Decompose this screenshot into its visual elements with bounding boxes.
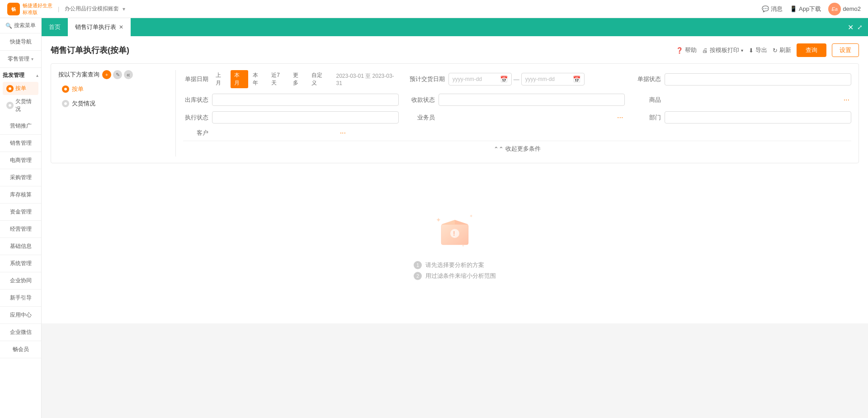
plan-filter-label: 按以下方案查询 (58, 71, 99, 79)
expected-date-from[interactable]: yyyy-mm-dd 📅 (448, 73, 512, 86)
collapse-button[interactable]: ⌃⌃ 收起更多条件 (494, 145, 541, 153)
top-bar: 畅 畅捷通好生意 标准版 | 办公用品行业模拟账套 ▾ 💬 消息 📱 App下载 (0, 0, 868, 18)
plan-collapse-button[interactable]: « (124, 70, 133, 79)
date-opt-thismonth[interactable]: 本月 (231, 70, 248, 88)
logo-text: 畅捷通好生意 标准版 (23, 2, 52, 15)
tab-maximize-icon[interactable]: ⤢ (857, 24, 863, 31)
breadcrumb-arrow-icon[interactable]: ▾ (123, 6, 125, 12)
customer-more-icon[interactable]: ··· (338, 129, 348, 137)
expected-date-to[interactable]: yyyy-mm-dd 📅 (521, 73, 585, 86)
date-opt-lastmonth[interactable]: 上月 (212, 70, 230, 88)
settings-button[interactable]: 设置 (832, 43, 859, 57)
plan-dot-active (62, 86, 69, 93)
logo-area: 畅 畅捷通好生意 标准版 (7, 2, 52, 15)
sidebar-search[interactable]: 🔍 搜索菜单 (0, 18, 41, 33)
out-status-select[interactable] (212, 94, 399, 106)
message-button[interactable]: 💬 消息 (762, 5, 783, 13)
filter-content-right: 单据日期 上月 本月 本年 近7天 更多 (176, 70, 851, 157)
empty-tip-1: 1 请先选择要分析的方案 (414, 261, 496, 269)
sidebar-item-apps[interactable]: 应用中心 (0, 307, 41, 324)
dept-field: 部门 (636, 111, 851, 124)
page-title: 销售订单执行表(按单) (51, 45, 129, 56)
date-opt-thisyear[interactable]: 本年 (249, 70, 267, 88)
exec-status-select[interactable] (212, 111, 399, 124)
sidebar-item-marketing[interactable]: 营销推广 (0, 118, 41, 135)
user-area[interactable]: Ea demo2 (828, 3, 861, 15)
out-status-field: 出库状态 (183, 94, 399, 106)
sidebar-sub-item-order[interactable]: 按单 (3, 82, 38, 95)
empty-tip-2: 2 用过滤条件来缩小分析范围 (414, 272, 496, 280)
sidebar-item-operation[interactable]: 经营管理 (0, 221, 41, 238)
plan-items: 按单 欠货情况 (58, 83, 168, 110)
sidebar-item-wholesale[interactable]: 批发管理 ▴ (0, 68, 41, 81)
wholesale-submenu: 按单 欠货情况 (0, 81, 41, 118)
plan-dot-inactive (62, 100, 69, 107)
print-button[interactable]: 🖨 按模板打印 ▾ (702, 46, 743, 54)
export-button[interactable]: ⬇ 导出 (749, 46, 767, 54)
plan-item-order[interactable]: 按单 (58, 83, 168, 95)
goods-field: 商品 ··· (636, 94, 851, 106)
expected-date-from-placeholder: yyyy-mm-dd (453, 76, 482, 82)
main-layout: 🔍 搜索菜单 快捷导航 零售管理 ▾ 批发管理 ▴ (0, 18, 868, 418)
calendar-from-icon: 📅 (500, 76, 508, 83)
dept-label: 部门 (636, 114, 661, 122)
salesman-more-icon[interactable]: ··· (615, 114, 625, 122)
app-download-button[interactable]: 📱 App下载 (790, 5, 821, 13)
sidebar-item-basic[interactable]: 基础信息 (0, 238, 41, 255)
expected-date-label: 预计交货日期 (410, 75, 445, 83)
sidebar-item-member[interactable]: 畅会员 (0, 341, 41, 358)
chevron-icon: ▾ (31, 57, 33, 62)
refresh-button[interactable]: ↻ 刷新 (773, 46, 791, 54)
plan-add-button[interactable]: + (102, 70, 111, 79)
tab-sales-exec[interactable]: 销售订单执行表 ✕ (68, 18, 131, 36)
sidebar-item-shortcut[interactable]: 快捷导航 (0, 33, 41, 51)
collect-status-select[interactable] (439, 94, 625, 106)
dept-select[interactable] (665, 111, 851, 124)
svg-text:✦: ✦ (436, 216, 441, 223)
active-dot (6, 85, 14, 92)
exec-status-field: 执行状态 (183, 111, 399, 124)
sidebar-item-system[interactable]: 系统管理 (0, 255, 41, 272)
tip-2-text: 用过滤条件来缩小分析范围 (425, 272, 496, 280)
sidebar-item-finance[interactable]: 资金管理 (0, 204, 41, 221)
avatar: Ea (828, 3, 841, 15)
goods-more-icon[interactable]: ··· (842, 96, 851, 104)
sidebar-item-enterprise[interactable]: 企业协同 (0, 272, 41, 290)
plan-edit-button[interactable]: ✎ (113, 70, 122, 79)
plan-filter-actions: + ✎ « (102, 70, 133, 79)
sidebar-item-newbie[interactable]: 新手引导 (0, 290, 41, 307)
empty-tips: 1 请先选择要分析的方案 2 用过滤条件来缩小分析范围 (414, 261, 496, 280)
query-button[interactable]: 查询 (797, 43, 826, 57)
date-opt-7days[interactable]: 近7天 (268, 70, 288, 88)
inactive-dot (6, 102, 14, 109)
date-label: 单据日期 (183, 75, 208, 83)
bill-status-field: 单据状态 (636, 70, 851, 88)
filter-panel: 按以下方案查询 + ✎ « (51, 63, 859, 163)
help-button[interactable]: ❓ 帮助 (676, 46, 697, 54)
goods-label: 商品 (636, 96, 661, 104)
date-opt-more[interactable]: 更多 (289, 70, 307, 88)
download-icon: 📱 (790, 5, 797, 12)
customer-label: 客户 (183, 129, 208, 137)
page-header: 销售订单执行表(按单) ❓ 帮助 🖨 按模板打印 ▾ (51, 43, 859, 57)
filter-row-1: 单据日期 上月 本月 本年 近7天 更多 (183, 70, 851, 88)
tab-close-window-icon[interactable]: ✕ (848, 23, 854, 32)
tab-close-icon[interactable]: ✕ (119, 24, 123, 30)
sidebar-item-sales[interactable]: 销售管理 (0, 135, 41, 152)
sidebar: 🔍 搜索菜单 快捷导航 零售管理 ▾ 批发管理 ▴ (0, 18, 42, 418)
tab-bar: 首页 销售订单执行表 ✕ ✕ ⤢ (42, 18, 868, 36)
chevron-up-icon: ▴ (36, 73, 38, 78)
tab-home[interactable]: 首页 (42, 18, 68, 36)
bill-status-select[interactable] (665, 73, 851, 86)
empty-icon: ✦ ✦ ✦ ! (428, 200, 482, 254)
sidebar-item-inventory[interactable]: 库存核算 (0, 186, 41, 204)
sidebar-sub-item-debt[interactable]: 欠货情况 (3, 95, 38, 116)
sidebar-item-purchase[interactable]: 采购管理 (0, 169, 41, 186)
date-opt-custom[interactable]: 自定义 (308, 70, 331, 88)
page-content: 销售订单执行表(按单) ❓ 帮助 🖨 按模板打印 ▾ (42, 36, 868, 418)
sidebar-item-ecommerce[interactable]: 电商管理 (0, 152, 41, 169)
sidebar-item-wechat[interactable]: 企业微信 (0, 324, 41, 341)
plan-item-debt[interactable]: 欠货情况 (58, 97, 168, 110)
sidebar-item-retail[interactable]: 零售管理 ▾ (0, 51, 41, 68)
filter-row-4: 客户 ··· (183, 129, 851, 137)
